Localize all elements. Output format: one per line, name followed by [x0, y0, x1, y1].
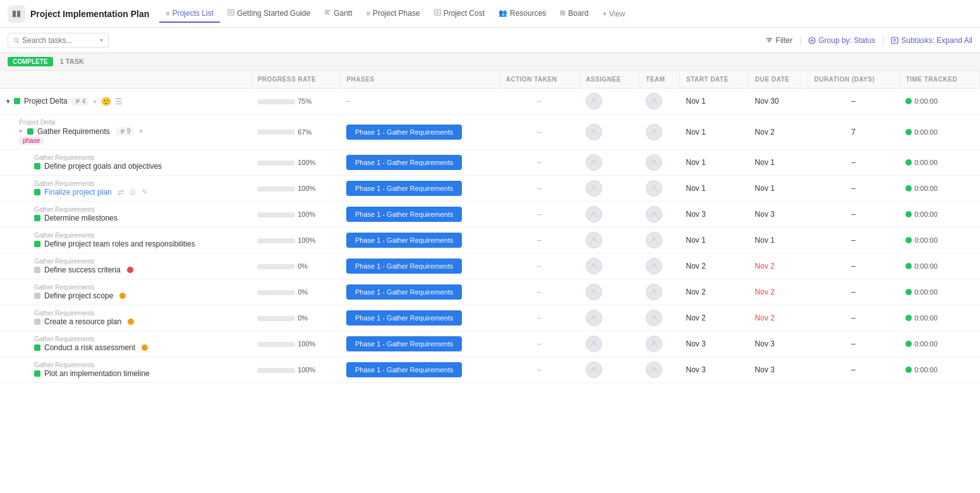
search-dropdown-icon[interactable]: ▾: [100, 37, 103, 44]
due-date-cell: Nov 1: [749, 228, 808, 253]
team-cell[interactable]: [639, 253, 680, 279]
time-tracked-cell: 0:00:00: [899, 150, 979, 176]
tab-gantt[interactable]: Gantt: [318, 5, 358, 23]
assignee-cell[interactable]: [579, 331, 639, 357]
team-cell[interactable]: [639, 202, 680, 228]
add-subtask-button[interactable]: +: [138, 126, 143, 136]
phase-button[interactable]: Phase 1 - Gather Requirements: [346, 155, 462, 170]
team-avatar[interactable]: [646, 310, 662, 326]
action-taken-cell: –: [499, 357, 579, 383]
team-avatar[interactable]: [646, 93, 662, 109]
group-by-button[interactable]: Group by: Status: [808, 36, 875, 45]
tab-getting-started[interactable]: Getting Started Guide: [221, 5, 317, 23]
subtask-count[interactable]: 4: [71, 97, 89, 106]
link-icon[interactable]: ⊙: [130, 188, 136, 197]
due-date-cell: Nov 3: [749, 202, 808, 228]
assignee-cell[interactable]: [579, 202, 639, 228]
sync-icon[interactable]: ⇄: [118, 188, 124, 197]
action-taken-cell: –: [499, 305, 579, 331]
task-status-dot: [34, 319, 40, 325]
action-taken-cell: –: [499, 88, 579, 114]
team-avatar[interactable]: [646, 336, 662, 352]
phase-button[interactable]: Phase 1 - Gather Requirements: [346, 284, 462, 300]
team-cell[interactable]: [639, 114, 680, 150]
phases-dash: –: [346, 97, 351, 106]
phase-button[interactable]: Phase 1 - Gather Requirements: [346, 362, 462, 377]
assignee-avatar[interactable]: [586, 362, 602, 378]
priority-yellow-dot: [142, 344, 148, 351]
assignee-avatar[interactable]: [586, 93, 602, 109]
team-cell[interactable]: [639, 176, 680, 202]
duration-cell: –: [808, 150, 899, 176]
assignee-avatar[interactable]: [586, 310, 602, 326]
assignee-cell[interactable]: [579, 253, 639, 279]
assignee-avatar[interactable]: [586, 284, 602, 300]
team-cell[interactable]: [639, 88, 680, 114]
team-avatar[interactable]: [646, 232, 662, 248]
tab-project-phase[interactable]: ≡ Project Phase: [360, 5, 426, 23]
expand-icon[interactable]: ▾: [6, 97, 10, 106]
phase-button[interactable]: Phase 1 - Gather Requirements: [346, 207, 462, 222]
subtask-count[interactable]: 9: [116, 127, 134, 135]
assignee-cell[interactable]: [579, 176, 639, 202]
row-menu-icon[interactable]: ☰: [115, 97, 123, 106]
parent-label: Gather Requirements: [6, 180, 245, 187]
assignee-cell[interactable]: [579, 357, 639, 383]
edit-icon[interactable]: ✎: [142, 188, 148, 197]
assignee-cell[interactable]: [579, 88, 639, 114]
assignee-avatar[interactable]: [586, 124, 602, 140]
phase-button[interactable]: Phase 1 - Gather Requirements: [346, 336, 462, 351]
filter-button[interactable]: Filter: [765, 36, 793, 45]
tab-project-cost[interactable]: Project Cost: [428, 5, 491, 23]
phase-button[interactable]: Phase 1 - Gather Requirements: [346, 233, 462, 248]
assignee-avatar[interactable]: [586, 154, 602, 171]
task-status-dot: [34, 241, 40, 247]
task-name-cell: Gather RequirementsFinalize project plan…: [0, 176, 251, 202]
svg-rect-7: [325, 10, 330, 11]
assignee-cell[interactable]: [579, 305, 639, 331]
search-box[interactable]: ▾: [8, 33, 109, 48]
phase-button[interactable]: Phase 1 - Gather Requirements: [346, 259, 462, 274]
tab-resources[interactable]: 👥 Resources: [492, 5, 552, 23]
table-row: Gather RequirementsPlot an implementatio…: [0, 357, 980, 383]
tab-icon-gantt: [324, 9, 331, 17]
phase-button[interactable]: Phase 1 - Gather Requirements: [346, 181, 462, 196]
search-input[interactable]: [22, 36, 97, 45]
team-avatar[interactable]: [646, 258, 662, 274]
assignee-avatar[interactable]: [586, 336, 602, 352]
nav-tabs: ≡ Projects List Getting Started Guide Ga…: [159, 5, 972, 23]
team-avatar[interactable]: [646, 284, 662, 300]
team-cell[interactable]: [639, 331, 680, 357]
team-cell[interactable]: [639, 305, 680, 331]
subtasks-icon: [891, 37, 898, 44]
assignee-avatar[interactable]: [586, 232, 602, 248]
assignee-avatar[interactable]: [586, 180, 602, 197]
team-avatar[interactable]: [646, 362, 662, 378]
tab-board[interactable]: ⊞ Board: [554, 5, 595, 23]
team-avatar[interactable]: [646, 206, 662, 222]
assignee-avatar[interactable]: [586, 258, 602, 274]
team-cell[interactable]: [639, 228, 680, 253]
assignee-cell[interactable]: [579, 114, 639, 150]
add-view-button[interactable]: + View: [596, 6, 631, 22]
tab-projects-list[interactable]: ≡ Projects List: [159, 5, 220, 23]
subtasks-button[interactable]: Subtasks: Expand All: [891, 36, 972, 45]
expand-icon[interactable]: ▾: [19, 128, 22, 135]
team-avatar[interactable]: [646, 124, 662, 140]
team-cell[interactable]: [639, 279, 680, 305]
team-avatar[interactable]: [646, 154, 662, 171]
phase-button[interactable]: Phase 1 - Gather Requirements: [346, 310, 462, 326]
toolbar: ▾ Filter Group by: Status: [0, 28, 980, 53]
team-cell[interactable]: [639, 150, 680, 176]
team-cell[interactable]: [639, 357, 680, 383]
col-time: TIME TRACKED: [899, 71, 979, 88]
task-name-text: Determine milestones: [44, 214, 118, 222]
assignee-cell[interactable]: [579, 279, 639, 305]
progress-pct: 100%: [298, 236, 315, 244]
team-avatar[interactable]: [646, 180, 662, 197]
phase-button[interactable]: Phase 1 - Gather Requirements: [346, 125, 462, 140]
assignee-avatar[interactable]: [586, 206, 602, 222]
assignee-cell[interactable]: [579, 150, 639, 176]
assignee-cell[interactable]: [579, 228, 639, 253]
add-subtask-button[interactable]: +: [92, 97, 97, 106]
